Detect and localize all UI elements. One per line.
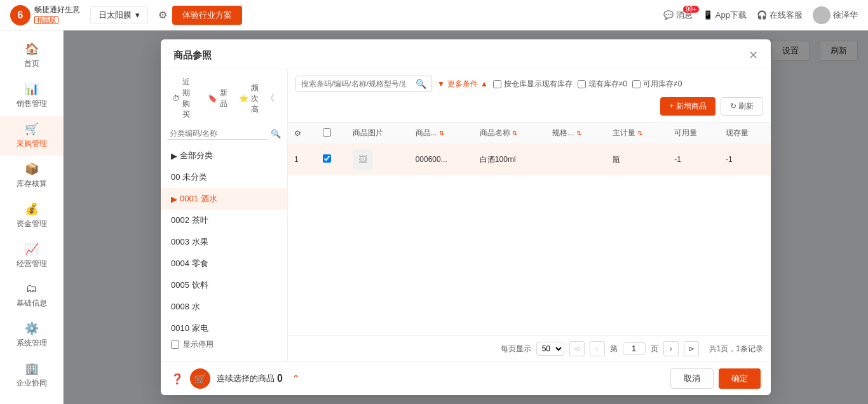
sidebar-label-home: 首页 bbox=[24, 58, 39, 69]
add-product-button[interactable]: + 新增商品 bbox=[660, 97, 715, 116]
cat-item-0005[interactable]: 0005 饮料 bbox=[161, 274, 287, 296]
operation-icon: 📈 bbox=[25, 242, 39, 256]
sidebar-label-sales: 销售管理 bbox=[17, 98, 47, 109]
checkbox-stock-input[interactable] bbox=[578, 80, 586, 88]
cat-item-0010[interactable]: 0010 家电 bbox=[161, 318, 287, 333]
modal-close-button[interactable]: ✕ bbox=[749, 48, 758, 62]
sidebar-item-finance[interactable]: 💰 资金管理 bbox=[0, 196, 63, 236]
experience-button[interactable]: 体验行业方案 bbox=[172, 6, 242, 25]
sidebar-label-enterprise: 企业协同 bbox=[17, 378, 47, 389]
th-name[interactable]: 商品名称 ⇅ bbox=[473, 123, 546, 144]
message-nav[interactable]: 💬 消息 99+ bbox=[663, 10, 693, 21]
system-icon: ⚙️ bbox=[25, 321, 39, 335]
checkbox-warehouse-input[interactable] bbox=[493, 80, 501, 88]
sidebar-item-enterprise[interactable]: 🏢 企业协同 bbox=[0, 355, 63, 395]
service-label: 在线客服 bbox=[770, 10, 803, 21]
checkbox-stock-nonzero[interactable]: 现有库存≠0 bbox=[578, 79, 627, 90]
table-header-row: ⚙ 商品图片 商品... ⇅ 商品名称 bbox=[288, 123, 771, 144]
confirm-button[interactable]: 确定 bbox=[719, 368, 761, 389]
page-prev-button[interactable]: ‹ bbox=[590, 341, 605, 356]
cat-item-0010-label: 0010 家电 bbox=[171, 323, 208, 333]
sidebar-item-system[interactable]: ⚙️ 系统管理 bbox=[0, 315, 63, 355]
footer-collapse-icon[interactable]: ⌃ bbox=[292, 373, 300, 385]
checkbox-warehouse[interactable]: 按仓库显示现有库存 bbox=[493, 79, 573, 90]
app-download-label: App下载 bbox=[715, 10, 747, 21]
per-page-label: 每页显示 bbox=[501, 344, 531, 354]
show-disabled-row: 显示停用 bbox=[161, 333, 287, 356]
th-unit[interactable]: 主计量 ⇅ bbox=[606, 123, 668, 144]
cat-item-all[interactable]: ▶ 全部分类 bbox=[161, 145, 287, 166]
td-checkbox[interactable] bbox=[316, 144, 347, 175]
cancel-button[interactable]: 取消 bbox=[670, 368, 714, 389]
sidebar-item-inventory[interactable]: 📦 库存核算 bbox=[0, 156, 63, 196]
select-all-checkbox[interactable] bbox=[323, 128, 331, 137]
more-filter-button[interactable]: ▼ 更多条件 ▲ bbox=[437, 79, 488, 90]
th-code[interactable]: 商品... ⇅ bbox=[409, 123, 473, 144]
nav-dropdown-label: 日太阳膜 bbox=[98, 10, 132, 21]
table-row[interactable]: 1 🖼 000600... 白酒100ml bbox=[288, 144, 771, 175]
sidebar-label-system: 系统管理 bbox=[17, 338, 47, 349]
finance-icon: 💰 bbox=[25, 202, 39, 216]
modal-overlay: 商品参照 ✕ ⏱ 近期购买 🔖 bbox=[64, 30, 868, 404]
page-last-button[interactable]: ⊳ bbox=[684, 341, 699, 356]
tab-new[interactable]: 🔖 新品 bbox=[203, 85, 233, 112]
help-icon[interactable]: ❓ bbox=[171, 373, 184, 385]
tab-recent[interactable]: ⏱ 近期购买 bbox=[167, 74, 201, 123]
show-disabled-checkbox[interactable] bbox=[171, 340, 179, 349]
page-first-button[interactable]: ⊲ bbox=[569, 341, 585, 356]
app-download-nav[interactable]: 📱 App下载 bbox=[703, 10, 747, 21]
nav-dropdown[interactable]: 日太阳膜 ▾ bbox=[90, 6, 148, 24]
logo-tag: 精品版 bbox=[34, 16, 58, 24]
category-search-input[interactable] bbox=[167, 128, 268, 140]
product-search-button[interactable]: 🔍 bbox=[410, 76, 431, 91]
star-icon: ⭐ bbox=[239, 94, 248, 103]
page-next-button[interactable]: › bbox=[663, 341, 679, 356]
th-settings[interactable]: ⚙ bbox=[288, 123, 316, 144]
cat-item-0004[interactable]: 0004 零食 bbox=[161, 253, 287, 274]
sidebar-item-basic[interactable]: 🗂 基础信息 bbox=[0, 276, 63, 315]
cat-item-00[interactable]: 00 未分类 bbox=[161, 166, 287, 188]
cat-item-0002[interactable]: 0002 茶叶 bbox=[161, 210, 287, 231]
modal-body: ⏱ 近期购买 🔖 新品 ⭐ 频次高 《 bbox=[161, 69, 771, 361]
purchase-icon: 🛒 bbox=[25, 122, 39, 136]
product-thumbnail: 🖼 bbox=[353, 149, 373, 170]
gear-icon[interactable]: ⚙ bbox=[158, 9, 167, 21]
sort-arrows-name: ⇅ bbox=[512, 130, 517, 137]
th-checkbox[interactable] bbox=[316, 123, 347, 144]
user-nav[interactable]: 徐泽华 bbox=[813, 6, 858, 24]
cat-item-0008[interactable]: 0008 水 bbox=[161, 296, 287, 318]
sidebar-item-operation[interactable]: 📈 经营管理 bbox=[0, 236, 63, 276]
newbie-icon: 📖 bbox=[25, 401, 39, 404]
th-stock: 现存量 bbox=[719, 123, 771, 144]
refresh-product-button[interactable]: ↻ 刷新 bbox=[721, 97, 763, 116]
page-suffix: 页 bbox=[651, 344, 658, 354]
sidebar-item-purchase[interactable]: 🛒 采购管理 bbox=[0, 116, 63, 156]
tab-new-label: 新品 bbox=[220, 88, 227, 109]
search-icon[interactable]: 🔍 bbox=[271, 129, 281, 138]
avatar bbox=[813, 6, 831, 24]
cat-item-0001[interactable]: ▶ 0001 酒水 bbox=[161, 188, 287, 210]
tab-recent-label: 近期购买 bbox=[182, 77, 196, 120]
collapse-button[interactable]: 《 bbox=[266, 93, 275, 104]
per-page-select[interactable]: 50 bbox=[536, 342, 564, 356]
arrow-right-active-icon: ▶ bbox=[171, 194, 177, 204]
tab-frequent[interactable]: ⭐ 频次高 bbox=[234, 80, 264, 118]
sort-arrows-spec: ⇅ bbox=[576, 130, 581, 137]
sidebar-item-home[interactable]: 🏠 首页 bbox=[0, 36, 63, 76]
checkbox-available-nonzero[interactable]: 可用库存≠0 bbox=[632, 79, 682, 90]
th-spec[interactable]: 规格... ⇅ bbox=[546, 123, 606, 144]
top-nav: 6 畅捷通好生意 精品版 日太阳膜 ▾ ⚙ 体验行业方案 💬 消息 99+ 📱 … bbox=[0, 0, 868, 30]
cat-item-0003[interactable]: 0003 水果 bbox=[161, 231, 287, 253]
td-spec bbox=[546, 144, 606, 175]
checkbox-stock-label: 现有库存≠0 bbox=[588, 79, 627, 90]
service-nav[interactable]: 🎧 在线客服 bbox=[757, 10, 803, 21]
row-checkbox[interactable] bbox=[323, 154, 331, 163]
checkbox-available-input[interactable] bbox=[632, 80, 641, 88]
product-search-input[interactable] bbox=[296, 77, 410, 91]
message-icon: 💬 bbox=[663, 10, 674, 20]
product-panel: 🔍 ▼ 更多条件 ▲ 按仓库显示现有库存 bbox=[288, 69, 771, 361]
sidebar-item-newbie[interactable]: 📖 新手引导 bbox=[0, 395, 63, 404]
enterprise-icon: 🏢 bbox=[25, 361, 39, 375]
sidebar-item-sales[interactable]: 📊 销售管理 bbox=[0, 76, 63, 116]
page-input[interactable] bbox=[623, 342, 646, 355]
